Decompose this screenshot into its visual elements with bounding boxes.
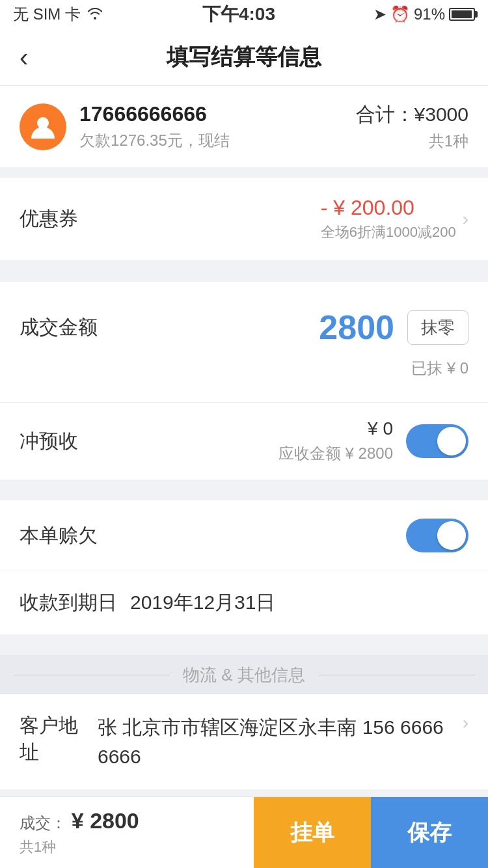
chevron-right-icon: › [463, 209, 468, 230]
status-right: ➤ ⏰ 91% [373, 5, 475, 23]
bendan-section: 本单赊欠 [0, 500, 488, 571]
chong-row: 冲预收 ¥ 0 应收金额 ¥ 2800 [0, 402, 488, 480]
duedate-section: 收款到期日 2019年12月31日 [0, 571, 488, 634]
transaction-section: 成交金额 2800 抹零 已抹 ¥ 0 [0, 282, 488, 402]
footer-prefix-label: 成交： [20, 814, 66, 832]
footer-info: 成交： ¥ 2800 共1种 [0, 808, 254, 857]
battery-percent: 91% [414, 5, 445, 23]
coupon-discount: - ¥ 200.00 [321, 196, 456, 220]
no-sim-text: 无 SIM 卡 [13, 4, 81, 25]
duedate-value: 2019年12月31日 [130, 590, 275, 616]
footer: 成交： ¥ 2800 共1种 挂单 保存 [0, 796, 488, 868]
transaction-row: 成交金额 2800 抹零 [20, 297, 468, 357]
customer-sub: 欠款1276.35元，现结 [79, 130, 230, 151]
nav-bar: ‹ 填写结算等信息 [0, 29, 488, 86]
chong-sub: 应收金额 ¥ 2800 [278, 443, 393, 464]
status-bar: 无 SIM 卡 下午4:03 ➤ ⏰ 91% [0, 0, 488, 29]
customer-row: 17666666666 欠款1276.35元，现结 合计：¥3000 共1种 [0, 86, 488, 167]
status-left: 无 SIM 卡 [13, 4, 104, 25]
bendan-toggle[interactable] [406, 519, 468, 552]
address-chevron-icon: › [463, 712, 468, 733]
transaction-value: 2800 [319, 308, 394, 347]
total-count: 共1种 [356, 131, 468, 152]
transaction-right: 2800 抹零 [319, 308, 468, 347]
save-button[interactable]: 保存 [371, 797, 488, 869]
footer-count: 共1种 [20, 837, 234, 857]
bendan-toggle-knob [437, 521, 466, 550]
coupon-row[interactable]: 优惠券 - ¥ 200.00 全场6折满1000减200 › [0, 178, 488, 261]
alarm-icon: ⏰ [390, 5, 410, 23]
wifi-icon [86, 5, 104, 23]
bendan-label: 本单赊欠 [20, 522, 98, 549]
total-amount: 合计：¥3000 [356, 102, 468, 128]
battery-icon [449, 8, 475, 21]
customer-left: 17666666666 欠款1276.35元，现结 [20, 102, 230, 151]
customer-total: 合计：¥3000 共1种 [356, 102, 468, 152]
transaction-label: 成交金额 [20, 314, 98, 341]
toggle-knob [437, 427, 466, 455]
address-value: 张 北京市市辖区海淀区永丰南 156 6666 6666 [98, 712, 456, 771]
logistics-divider: 物流 & 其他信息 [0, 655, 488, 694]
coupon-right: - ¥ 200.00 全场6折满1000减200 › [321, 196, 468, 242]
chong-label: 冲预收 [20, 428, 78, 455]
chong-right: ¥ 0 应收金额 ¥ 2800 [278, 418, 468, 464]
address-section[interactable]: 客户地址 张 北京市市辖区海淀区永丰南 156 6666 6666 › [0, 694, 488, 789]
transaction-sub: 已抹 ¥ 0 [411, 359, 468, 377]
status-time: 下午4:03 [202, 2, 275, 27]
customer-info: 17666666666 欠款1276.35元，现结 [79, 102, 230, 151]
section-spacer-2 [0, 480, 488, 490]
hang-button[interactable]: 挂单 [254, 797, 371, 869]
page-title: 填写结算等信息 [167, 42, 321, 72]
footer-amount: ¥ 2800 [72, 808, 139, 833]
chong-amount: ¥ 0 [368, 418, 393, 439]
avatar [20, 103, 66, 150]
round-button[interactable]: 抹零 [407, 310, 468, 345]
divider-line-left [13, 675, 170, 675]
coupon-label: 优惠券 [20, 206, 78, 232]
logistics-label: 物流 & 其他信息 [183, 664, 305, 686]
divider-line-right [318, 675, 475, 675]
location-icon: ➤ [373, 5, 386, 23]
chong-toggle[interactable] [406, 424, 468, 458]
back-button[interactable]: ‹ [20, 44, 28, 70]
duedate-label: 收款到期日 [20, 590, 117, 616]
section-spacer-1 [0, 271, 488, 282]
section-spacer-3 [0, 634, 488, 645]
customer-phone: 17666666666 [79, 102, 230, 126]
coupon-desc: 全场6折满1000减200 [321, 223, 456, 242]
address-label: 客户地址 [20, 712, 85, 766]
